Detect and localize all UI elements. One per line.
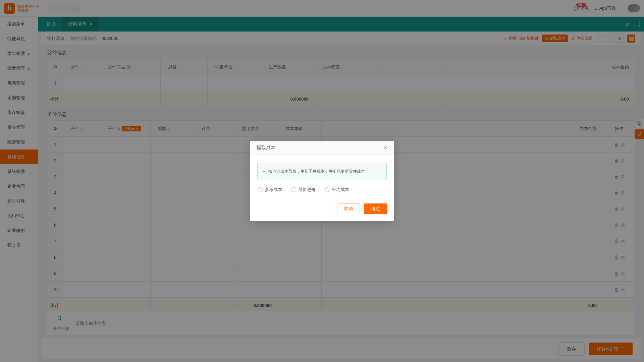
cost-option-radio[interactable]: 平均成本: [325, 187, 349, 193]
modal-title: 提取成本: [257, 145, 275, 151]
modal-hint: ✦ 按下方成本取值，更新子件成本，并汇总更新父件成本: [257, 163, 387, 180]
modal-cancel-button[interactable]: 取消: [337, 203, 360, 214]
radio-icon: [258, 187, 263, 192]
modal-confirm-button[interactable]: 确定: [364, 203, 387, 214]
radio-icon: [325, 187, 330, 192]
cost-option-radio[interactable]: 参考成本: [258, 187, 282, 193]
cost-option-radio[interactable]: 最新进价: [291, 187, 316, 193]
lightbulb-icon: ✦: [262, 169, 266, 174]
radio-icon: [291, 187, 296, 192]
extract-cost-modal: 提取成本 ✕ ✦ 按下方成本取值，更新子件成本，并汇总更新父件成本 参考成本最新…: [250, 141, 394, 221]
modal-close-icon[interactable]: ✕: [383, 144, 387, 151]
